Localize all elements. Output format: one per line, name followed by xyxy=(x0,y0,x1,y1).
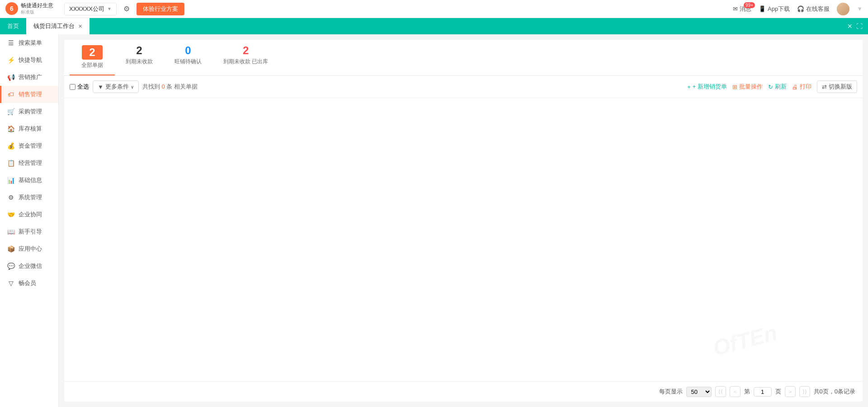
app-download-btn[interactable]: 📱 App下载 xyxy=(759,5,790,13)
logo-title: 畅捷通好生意 xyxy=(21,2,53,9)
refresh-button[interactable]: ↻ 刷新 xyxy=(768,83,787,91)
stat-label-shipped: 到期未收款 已出库 xyxy=(223,58,268,65)
sidebar-item-base-info[interactable]: 📊 基础信息 xyxy=(0,172,58,189)
settings-icon[interactable]: ⚙ xyxy=(120,3,133,15)
table-area xyxy=(64,98,863,381)
tab-close-icon[interactable]: ✕ xyxy=(78,23,82,29)
trial-button[interactable]: 体验行业方案 xyxy=(137,3,184,15)
logo-text-block: 畅捷通好生意 标准版 xyxy=(21,2,53,15)
refresh-icon: ↻ xyxy=(768,84,773,90)
stat-tab-all[interactable]: 2 全部单据 xyxy=(70,40,115,75)
sidebar-label-operations: 经营管理 xyxy=(19,159,42,167)
stat-tab-overdue[interactable]: 2 到期未收款 xyxy=(115,40,164,75)
page-label-end: 页 xyxy=(775,388,781,396)
next-page-button[interactable]: ＞ xyxy=(785,386,796,397)
pagination: 每页显示 50 100 200 ⟨⟨ ＜ 第 页 ＞ ⟩⟩ 共0页，0条记录 xyxy=(64,381,863,402)
sidebar-item-inventory[interactable]: 🏠 库存核算 xyxy=(0,120,58,137)
new-order-button[interactable]: + + 新增销货单 xyxy=(687,83,727,91)
sidebar-item-search-menu[interactable]: ☰ 搜索菜单 xyxy=(0,34,58,51)
sidebar-item-cooperation[interactable]: 🤝 企业协同 xyxy=(0,206,58,223)
search-menu-icon: ☰ xyxy=(7,39,15,47)
filter-chevron-icon: ∨ xyxy=(131,84,134,89)
wechat-icon: 💬 xyxy=(7,262,15,270)
sidebar-item-operations[interactable]: 📋 经营管理 xyxy=(0,154,58,172)
quick-nav-icon: ⚡ xyxy=(7,56,15,64)
select-all-checkbox[interactable]: 全选 xyxy=(70,83,89,91)
content-inner: 2 全部单据 2 到期未收款 0 旺铺待确认 2 到期未收款 已出库 xyxy=(64,40,863,402)
sidebar-label-member: 畅会员 xyxy=(19,279,36,287)
company-selector[interactable]: XXXXXX公司 ▼ xyxy=(64,3,117,15)
sidebar-item-system[interactable]: ⚙ 系统管理 xyxy=(0,189,58,206)
tab-home[interactable]: 首页 xyxy=(0,18,26,34)
tab-actions: ✕ ⛶ xyxy=(842,18,868,34)
stat-label-all: 全部单据 xyxy=(81,61,103,69)
stat-num-wangpu: 0 xyxy=(185,45,191,56)
stat-tab-wangpu[interactable]: 0 旺铺待确认 xyxy=(164,40,212,75)
avatar-image xyxy=(837,3,849,15)
sidebar-label-cooperation: 企业协同 xyxy=(19,211,42,219)
found-suffix: 条 相关单据 xyxy=(166,83,198,90)
sidebar-label-inventory: 库存核算 xyxy=(19,125,42,133)
tab-minimize-icon[interactable]: ✕ xyxy=(847,23,853,30)
avatar[interactable] xyxy=(837,3,849,15)
sidebar-item-member[interactable]: ▽ 畅会员 xyxy=(0,275,58,292)
stat-label-wangpu: 旺铺待确认 xyxy=(175,58,202,65)
username-label[interactable]: ▼ xyxy=(857,5,863,12)
sidebar-item-sales[interactable]: 🏷 销售管理 xyxy=(0,86,58,103)
batch-label: 批量操作 xyxy=(739,83,763,91)
sidebar-item-quick-nav[interactable]: ⚡ 快捷导航 xyxy=(0,51,58,69)
sidebar-item-guide[interactable]: 📖 新手引导 xyxy=(0,223,58,240)
member-icon: ▽ xyxy=(7,279,15,287)
prev-page-button[interactable]: ＜ xyxy=(730,386,741,397)
tab-workbench[interactable]: 钱货日清工作台 ✕ xyxy=(26,18,90,34)
last-page-button[interactable]: ⟩⟩ xyxy=(799,386,810,397)
sidebar-item-finance[interactable]: 💰 资金管理 xyxy=(0,137,58,154)
found-num: 0 xyxy=(162,83,165,90)
total-info: 共0页，0条记录 xyxy=(814,388,855,396)
inventory-icon: 🏠 xyxy=(7,125,15,133)
new-btn-label: + 新增销货单 xyxy=(693,83,727,91)
sidebar: ☰ 搜索菜单 ⚡ 快捷导航 📢 营销推广 🏷 销售管理 🛒 采购管理 🏠 库存核… xyxy=(0,34,59,407)
page-number-input[interactable] xyxy=(754,387,772,397)
message-btn[interactable]: ✉ 消息 99+ xyxy=(733,5,751,13)
sidebar-label-purchase: 采购管理 xyxy=(19,108,42,116)
online-service-btn[interactable]: 🎧 在线客服 xyxy=(797,5,830,13)
sidebar-label-guide: 新手引导 xyxy=(19,228,42,236)
operations-icon: 📋 xyxy=(7,159,15,167)
first-page-button[interactable]: ⟨⟨ xyxy=(715,386,726,397)
sidebar-item-app-center[interactable]: 📦 应用中心 xyxy=(0,240,58,257)
system-icon: ⚙ xyxy=(7,193,15,201)
sidebar-label-quick-nav: 快捷导航 xyxy=(19,56,42,64)
sidebar-label-app-center: 应用中心 xyxy=(19,245,42,253)
message-icon: ✉ xyxy=(733,5,738,12)
switch-label: 切换新版 xyxy=(829,83,852,91)
sidebar-label-finance: 资金管理 xyxy=(19,142,42,150)
toolbar-right: + + 新增销货单 ⊞ 批量操作 ↻ 刷新 🖨 打印 xyxy=(687,80,857,93)
print-button[interactable]: 🖨 打印 xyxy=(792,83,811,91)
sidebar-item-purchase[interactable]: 🛒 采购管理 xyxy=(0,103,58,120)
switch-version-button[interactable]: ⇄ 切换新版 xyxy=(817,80,857,93)
select-all-input[interactable] xyxy=(70,84,75,90)
found-prefix: 共找到 xyxy=(142,83,160,90)
stat-num-all: 2 xyxy=(82,45,102,60)
sidebar-item-wechat[interactable]: 💬 企业微信 xyxy=(0,257,58,275)
phone-icon: 📱 xyxy=(759,5,766,12)
guide-icon: 📖 xyxy=(7,228,15,236)
base-info-icon: 📊 xyxy=(7,176,15,184)
filter-button[interactable]: ▼ 更多条件 ∨ xyxy=(93,80,139,93)
page-label: 第 xyxy=(744,388,750,396)
logo-subtitle: 标准版 xyxy=(21,9,53,15)
print-label: 打印 xyxy=(800,83,811,91)
stat-num-shipped: 2 xyxy=(243,45,249,56)
tab-spacer xyxy=(90,18,842,34)
tab-expand-icon[interactable]: ⛶ xyxy=(856,23,863,30)
page-size-select[interactable]: 50 100 200 xyxy=(686,387,712,397)
sidebar-item-marketing[interactable]: 📢 营销推广 xyxy=(0,69,58,86)
sidebar-label-search-menu: 搜索菜单 xyxy=(19,39,42,47)
batch-operation-button[interactable]: ⊞ 批量操作 xyxy=(732,83,763,91)
stat-tabs: 2 全部单据 2 到期未收款 0 旺铺待确认 2 到期未收款 已出库 xyxy=(64,40,863,76)
chevron-down-icon-user: ▼ xyxy=(857,5,863,12)
content-area: 2 全部单据 2 到期未收款 0 旺铺待确认 2 到期未收款 已出库 xyxy=(59,34,868,407)
marketing-icon: 📢 xyxy=(7,73,15,81)
stat-tab-shipped[interactable]: 2 到期未收款 已出库 xyxy=(212,40,279,75)
